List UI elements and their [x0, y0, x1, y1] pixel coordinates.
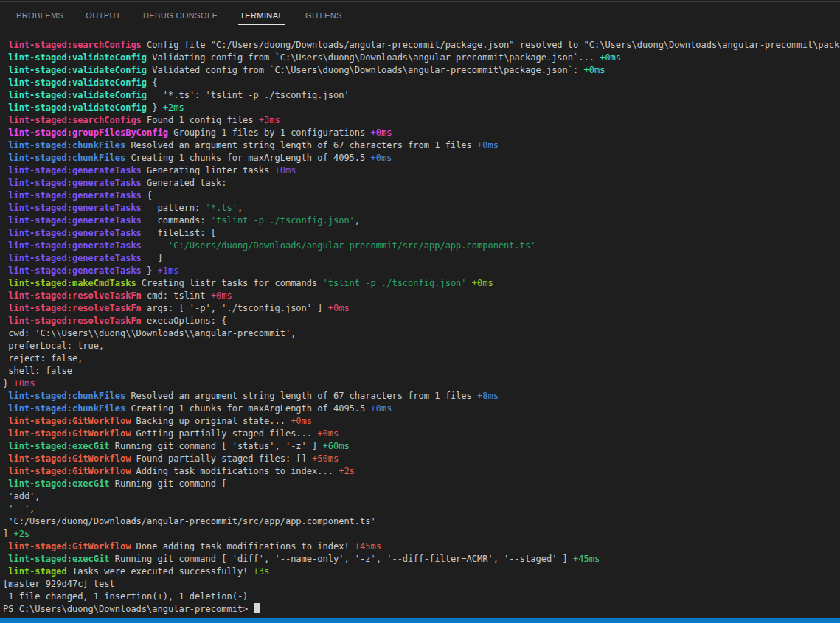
terminal-line: lint-staged:generateTasks fileList: [ [3, 227, 840, 240]
log-segment: , [355, 215, 360, 226]
log-segment: +3s [254, 566, 270, 577]
terminal-line: lint-staged:validateConfig { [3, 77, 840, 89]
log-segment: +0ms [584, 65, 605, 75]
terminal-line: lint-staged:chunkFiles Creating 1 chunks… [3, 403, 840, 415]
log-segment: pattern: [142, 203, 206, 213]
log-segment: +0ms [371, 128, 392, 138]
tab-problems[interactable]: PROBLEMS [15, 7, 65, 25]
terminal-line: lint-staged:validateConfig Validating co… [3, 52, 840, 64]
terminal-line: lint-staged:resolveTaskFn cmd: tslint +0… [3, 290, 840, 302]
log-segment: lint-staged:validateConfig [3, 102, 147, 113]
terminal-line: lint-staged:resolveTaskFn args: [ '-p', … [3, 302, 840, 315]
log-segment: lint-staged:generateTasks [3, 203, 142, 213]
log-segment: +2s [13, 529, 29, 539]
log-segment: lint-staged:generateTasks [3, 265, 142, 276]
log-segment: lint-staged:GitWorkflow [3, 541, 131, 551]
log-segment: lint-staged:chunkFiles [3, 140, 125, 150]
log-segment: 'C:/Users/duong/Downloads/angular-precom… [3, 516, 376, 526]
log-segment: +0ms [600, 52, 621, 63]
log-segment: , [237, 203, 243, 213]
log-segment: '*.ts': 'tslint -p ./tsconfig.json' [147, 90, 350, 100]
log-segment: Generated task: [142, 178, 227, 188]
log-segment: Resolved an argument string length of 67… [125, 391, 477, 401]
log-segment: args: [ '-p', './tsconfig.json' ] [142, 303, 328, 313]
terminal-line: lint-staged:chunkFiles Resolved an argum… [3, 390, 840, 403]
terminal-line: } +0ms [3, 377, 840, 390]
log-segment: 'C:/Users/duong/Downloads/angular-precom… [168, 240, 536, 251]
terminal-line: 'C:/Users/duong/Downloads/angular-precom… [3, 515, 840, 528]
log-segment: +50ms [312, 453, 339, 464]
log-segment: '*.ts' [206, 203, 237, 213]
log-segment: Grouping 1 files by 1 configurations [168, 128, 371, 138]
log-segment: Validated config from `C:\Users\duong\Do… [147, 65, 583, 75]
log-segment: 'add', [3, 491, 41, 501]
log-segment: +0ms [291, 416, 312, 426]
log-segment: fileList: [ [142, 228, 216, 238]
log-segment: +0ms [371, 153, 392, 163]
terminal-line: lint-staged:GitWorkflow Done adding task… [3, 540, 840, 553]
log-segment: +2s [339, 466, 355, 476]
log-segment: lint-staged:generateTasks [3, 215, 142, 226]
tab-gitlens[interactable]: GITLENS [304, 7, 344, 25]
tab-output[interactable]: OUTPUT [84, 7, 122, 25]
log-segment: Resolved an argument string length of 67… [125, 140, 477, 150]
tab-debug-console[interactable]: DEBUG CONSOLE [142, 7, 219, 25]
log-segment: +1ms [158, 265, 179, 276]
log-segment: +8ms [477, 391, 499, 401]
terminal-line: lint-staged:resolveTaskFn execaOptions: … [3, 315, 840, 327]
log-segment: Validating config from `C:\Users\duong\D… [147, 52, 600, 63]
log-segment: lint-staged:chunkFiles [3, 391, 125, 401]
log-segment: Creating 1 chunks for maxArgLength of 40… [125, 403, 370, 414]
log-segment: preferLocal: true, [3, 341, 104, 351]
log-segment: +0ms [13, 378, 35, 389]
log-segment: lint-staged:GitWorkflow [3, 453, 131, 464]
terminal-line: lint-staged:generateTasks } +1ms [3, 265, 840, 277]
terminal-line: lint-staged:generateTasks { [3, 189, 840, 202]
terminal-line: lint-staged:execGit Running git command … [3, 553, 840, 565]
terminal-line: lint-staged:chunkFiles Creating 1 chunks… [3, 152, 840, 164]
log-segment: PS C:\Users\duong\Downloads\angular-prec… [3, 604, 254, 614]
log-segment [142, 240, 168, 251]
log-segment: Config file "C:/Users/duong/Downloads/an… [142, 40, 840, 50]
log-segment: ] [142, 253, 163, 263]
terminal-line: lint-staged:validateConfig Validated con… [3, 64, 840, 77]
log-segment: Getting partially staged files... [131, 428, 317, 439]
log-segment: lint-staged:execGit [3, 478, 110, 489]
terminal-line: ] +2s [3, 528, 840, 540]
log-segment: } [147, 102, 163, 113]
terminal-line: 'add', [3, 490, 840, 503]
log-segment: Creating listr tasks for commands [136, 278, 323, 288]
log-segment: +3ms [259, 115, 280, 125]
log-segment: lint-staged:generateTasks [3, 240, 142, 251]
log-segment: lint-staged:execGit [3, 554, 110, 564]
terminal-line: lint-staged:generateTasks commands: 'tsl… [3, 215, 840, 227]
terminal-cursor [254, 603, 260, 613]
terminal-line: lint-staged:generateTasks ] [3, 252, 840, 265]
panel-tabs: PROBLEMSOUTPUTDEBUG CONSOLETERMINALGITLE… [0, 2, 840, 29]
terminal-line: lint-staged Tasks were executed successf… [3, 565, 840, 578]
terminal-line: reject: false, [3, 352, 840, 365]
terminal-output[interactable]: lint-staged:searchConfigs Config file "C… [0, 29, 840, 618]
terminal-line: lint-staged:GitWorkflow Adding task modi… [3, 465, 840, 478]
log-segment: lint-staged:GitWorkflow [3, 466, 131, 476]
log-segment: lint-staged:generateTasks [3, 253, 142, 263]
log-segment: lint-staged [3, 566, 67, 577]
log-segment: Generating linter tasks [142, 165, 275, 175]
log-segment: +0ms [477, 140, 499, 150]
terminal-line: lint-staged:searchConfigs Config file "C… [3, 39, 840, 52]
terminal-line: 1 file changed, 1 insertion(+), 1 deleti… [3, 591, 840, 603]
terminal-line: lint-staged:groupFilesByConfig Grouping … [3, 127, 840, 139]
log-segment: { [142, 190, 152, 201]
terminal-line: lint-staged:searchConfigs Found 1 config… [3, 114, 840, 127]
log-segment: lint-staged:chunkFiles [3, 153, 125, 163]
log-segment: +0ms [317, 428, 339, 439]
log-segment: lint-staged:resolveTaskFn [3, 303, 142, 313]
log-segment: lint-staged:validateConfig [3, 90, 147, 100]
tab-terminal[interactable]: TERMINAL [238, 7, 285, 25]
log-segment: Found 1 config files [142, 115, 259, 125]
terminal-line: '--', [3, 503, 840, 515]
log-segment: { [147, 77, 157, 88]
log-segment: shell: false [3, 366, 72, 376]
log-segment: Adding task modifications to index... [131, 466, 339, 476]
log-segment: lint-staged:generateTasks [3, 228, 142, 238]
